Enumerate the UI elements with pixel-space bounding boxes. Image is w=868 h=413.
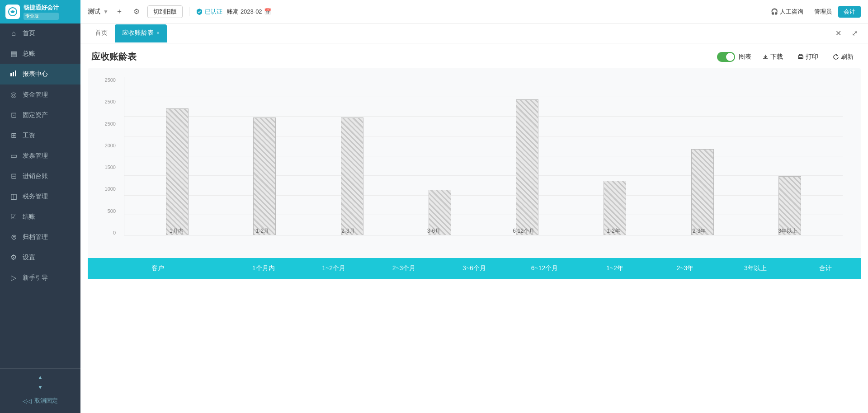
sidebar-item-guide-label: 新手引导 (23, 274, 48, 282)
bars-container (124, 77, 843, 235)
print-button[interactable]: 打印 (794, 51, 822, 63)
download-button[interactable]: 下载 (759, 51, 787, 63)
sidebar-item-inventory[interactable]: ⊟ 进销台账 (0, 166, 80, 186)
sidebar-item-ledger[interactable]: ▤ 总账 (0, 43, 80, 64)
tab-close-icon[interactable]: × (156, 30, 160, 36)
shield-icon (196, 8, 203, 15)
sidebar-item-archive-label: 归档管理 (23, 233, 48, 241)
bar-group-2-3year (691, 149, 714, 235)
sidebar-item-funds[interactable]: ◎ 资金管理 (0, 84, 80, 105)
y-label-2500-2: 2500 (105, 99, 116, 104)
download-label: 下载 (770, 53, 783, 61)
logo-badge: 专业版 (24, 13, 59, 20)
bar-2-3month (341, 117, 363, 235)
main-area: 测试 ▼ ＋ ⚙ 切到旧版 已认证 账期 2023-02 📅 🎧 人工咨询 管理… (80, 0, 868, 413)
payroll-icon: ⊞ (9, 131, 18, 140)
calendar-icon[interactable]: 📅 (264, 8, 271, 15)
sidebar-item-reports[interactable]: 报表中心 (0, 64, 80, 84)
y-label-500: 500 (108, 208, 116, 214)
sidebar-scroll: ⌂ 首页 ▤ 总账 报表中心 ◎ 资金管理 ⊡ 固定资产 ⊞ (0, 23, 80, 368)
sidebar-item-archive[interactable]: ⊜ 归档管理 (0, 227, 80, 247)
tab-expand-button[interactable]: ⤢ (848, 27, 861, 40)
tab-home[interactable]: 首页 (88, 24, 115, 42)
report-header: 应收账龄表 图表 下载 (80, 43, 868, 68)
sidebar-item-assets[interactable]: ⊡ 固定资产 (0, 105, 80, 125)
accountant-tab[interactable]: 会计 (838, 6, 861, 18)
bar-group-3plus-year (778, 176, 801, 235)
consulting-label: 人工咨询 (780, 8, 803, 16)
th-6-12month: 6~12个月 (509, 258, 580, 279)
user-tabs: 管理员 会计 (809, 6, 861, 18)
bar-2-3year (691, 149, 714, 235)
tab-ar-aging[interactable]: 应收账龄表 × (115, 24, 167, 42)
sidebar-item-payroll[interactable]: ⊞ 工资 (0, 125, 80, 145)
chart-toggle[interactable]: 图表 (717, 52, 751, 62)
tab-close-button[interactable]: ✕ (832, 27, 844, 40)
bar-group-1-2month (253, 117, 276, 235)
cancel-fixed-label: 取消固定 (34, 397, 58, 405)
download-icon (762, 54, 769, 60)
home-icon: ⌂ (9, 29, 18, 38)
period-info: 账期 2023-02 📅 (227, 8, 271, 16)
bar-1-2year (604, 181, 626, 235)
y-label-2000: 2000 (105, 143, 116, 148)
y-label-1000: 1000 (105, 186, 116, 192)
scroll-up-arrow[interactable]: ▲ (0, 372, 80, 382)
workspace-dropdown-icon: ▼ (103, 9, 108, 15)
reports-icon (9, 70, 18, 79)
sidebar-item-assets-label: 固定资产 (23, 111, 48, 119)
bar-1-2month (253, 117, 276, 235)
svg-rect-3 (15, 70, 16, 76)
x-label-2-3year: 2-3年 (693, 227, 706, 235)
logo-icon (5, 5, 20, 19)
period-label: 账期 (227, 8, 239, 16)
sidebar-item-closing[interactable]: ☑ 结账 (0, 206, 80, 227)
sidebar-item-payroll-label: 工资 (23, 131, 35, 140)
sidebar-item-ledger-label: 总账 (23, 50, 35, 58)
th-3-6month: 3~6个月 (439, 258, 509, 279)
x-label-2-3month: 2-3月 (341, 227, 354, 235)
manager-tab[interactable]: 管理员 (809, 6, 837, 18)
sidebar-item-inventory-label: 进销台账 (23, 172, 48, 180)
cancel-fixed-button[interactable]: ◁◁ 取消固定 (0, 392, 80, 409)
svg-rect-2 (13, 72, 14, 76)
add-button[interactable]: ＋ (113, 5, 126, 18)
th-total: 合计 (791, 258, 861, 279)
topbar-divider-1 (189, 7, 189, 16)
workspace-selector[interactable]: 测试 ▼ (88, 8, 108, 16)
sidebar-item-home-label: 首页 (23, 29, 35, 38)
refresh-icon (833, 54, 839, 60)
bar-group-2-3month (341, 117, 363, 235)
scroll-down-arrow[interactable]: ▼ (0, 382, 80, 392)
report-title: 应收账龄表 (91, 51, 137, 63)
guide-icon: ▷ (9, 273, 18, 282)
chart-toggle-switch[interactable] (717, 52, 735, 62)
content-tabs: 首页 应收账龄表 × ✕ ⤢ (80, 23, 868, 43)
cancel-fixed-icon: ◁◁ (23, 398, 32, 404)
logo-title: 畅捷通好会计 (24, 4, 59, 12)
sidebar-item-home[interactable]: ⌂ 首页 (0, 23, 80, 43)
ledger-icon: ▤ (9, 49, 18, 58)
refresh-button[interactable]: 刷新 (829, 51, 857, 63)
table-header: 客户 1个月内 1~2个月 2~3个月 3~6个月 6~12个月 1~2年 2~… (88, 258, 861, 279)
sidebar: 畅捷通好会计 专业版 ⌂ 首页 ▤ 总账 报表中心 ◎ 资金管理 (0, 0, 80, 413)
report-actions: 图表 下载 打印 (717, 51, 857, 63)
x-label-1month: 1月内 (170, 227, 184, 235)
tax-icon: ◫ (9, 192, 18, 201)
consulting-button[interactable]: 🎧 人工咨询 (771, 8, 803, 16)
y-label-2500-top: 2500 (105, 77, 116, 83)
sidebar-item-guide[interactable]: ▷ 新手引导 (0, 268, 80, 288)
closing-icon: ☑ (9, 212, 18, 221)
th-1-2month: 1~2个月 (298, 258, 368, 279)
verified-badge: 已认证 (196, 8, 222, 16)
assets-icon: ⊡ (9, 111, 18, 119)
sidebar-item-invoice[interactable]: ▭ 发票管理 (0, 145, 80, 166)
sidebar-item-funds-label: 资金管理 (23, 91, 48, 99)
switch-old-button[interactable]: 切到旧版 (147, 5, 183, 18)
workspace-name: 测试 (88, 8, 100, 16)
th-1-2year: 1~2年 (580, 258, 650, 279)
sidebar-item-tax[interactable]: ◫ 税务管理 (0, 186, 80, 206)
sidebar-item-settings[interactable]: ⚙ 设置 (0, 247, 80, 268)
bar-group-1month (166, 108, 189, 235)
settings-button[interactable]: ⚙ (130, 5, 143, 18)
